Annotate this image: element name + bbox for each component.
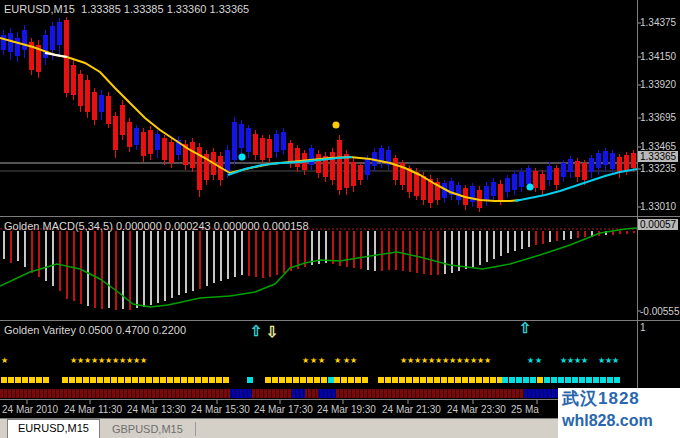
square-marker-yellow [146, 377, 152, 383]
square-marker-yellow [160, 377, 166, 383]
panel-divider[interactable] [0, 320, 680, 321]
time-axis-label: 24 Mar 23:30 [447, 404, 506, 415]
square-marker-yellow [90, 377, 96, 383]
candle-body [505, 178, 510, 192]
macd-histogram-bar [535, 231, 537, 245]
chart-graphics[interactable]: ★★★★★★★★★★★★★★★★★★★★★★★★★★★★★★★★★★★★★★★★ [0, 0, 680, 438]
candle-body [288, 143, 293, 162]
square-marker-yellow [321, 377, 327, 383]
macd-histogram-bar [220, 231, 222, 281]
macd-histogram-bar [80, 231, 82, 304]
candle-body [225, 150, 230, 172]
trend-strip-blue-segment [524, 389, 561, 398]
macd-histogram-bar [346, 231, 348, 267]
time-axis-label: 24 Mar 21:30 [382, 404, 441, 415]
macd-indicator-chart[interactable] [0, 228, 637, 310]
macd-histogram-bar [269, 231, 271, 277]
square-marker-yellow [22, 377, 28, 383]
candle-body [309, 148, 314, 165]
main-price-chart[interactable] [0, 17, 637, 212]
square-marker-cyan [247, 377, 253, 383]
macd-histogram-bar [150, 231, 152, 305]
candle-body [540, 174, 545, 190]
candle-body [589, 158, 594, 172]
square-marker-cyan [502, 377, 508, 383]
trend-strip-blue-segment [230, 389, 252, 398]
square-marker-yellow [202, 377, 208, 383]
macd-histogram-bar [185, 231, 187, 293]
square-marker-yellow [537, 377, 543, 383]
signal-dot-cyan [527, 184, 534, 191]
square-marker-yellow [62, 377, 68, 383]
macd-histogram-bar [157, 231, 159, 303]
star-marker-yellow: ★ [310, 356, 317, 365]
candle-body [456, 185, 461, 200]
macd-histogram-bar [367, 231, 369, 270]
candle-body [99, 95, 104, 112]
candle-body [575, 161, 580, 177]
macd-histogram-bar [143, 231, 145, 307]
candle-body [85, 80, 90, 112]
macd-histogram-bar [3, 231, 5, 259]
star-marker-yellow: ★ [334, 356, 341, 365]
square-marker-yellow [265, 377, 271, 383]
square-marker-yellow [139, 377, 145, 383]
candle-body [596, 153, 601, 168]
macd-histogram-bar [500, 231, 502, 256]
macd-histogram-bar [31, 231, 33, 273]
star-marker-cyan: ★ [527, 356, 534, 365]
axis-ticks [27, 23, 641, 404]
macd-histogram-bar [248, 231, 250, 276]
macd-histogram-bar [549, 231, 551, 242]
square-marker-yellow [490, 377, 496, 383]
candle-body [512, 174, 517, 190]
macd-histogram-bar [24, 231, 26, 267]
macd-histogram-bar [430, 231, 432, 275]
star-marker-cyan: ★ [535, 356, 542, 365]
price-axis-label: 1.33235 [640, 163, 676, 174]
square-marker-yellow [378, 377, 384, 383]
square-marker-cyan [558, 377, 564, 383]
macd-histogram-bar [66, 231, 68, 299]
macd-histogram-bar [577, 231, 579, 238]
square-marker-yellow [300, 377, 306, 383]
macd-histogram-bar [129, 231, 131, 310]
macd-histogram-bar [101, 231, 103, 309]
candle-body [22, 30, 27, 50]
square-marker-cyan [544, 377, 550, 383]
tab-gbpusd-m15[interactable]: GBPUSD,M15 [100, 421, 195, 438]
square-marker-yellow [69, 377, 75, 383]
macd-histogram-bar [45, 231, 47, 281]
candle-body [120, 105, 125, 135]
down-arrow-signal-icon: ⇩ [266, 325, 279, 339]
macd-histogram-bar [633, 231, 635, 233]
macd-histogram-bar [556, 231, 558, 241]
candle-body [43, 35, 48, 58]
candle-body [561, 163, 566, 177]
square-marker-yellow [272, 377, 278, 383]
candle-body [274, 134, 279, 152]
macd-histogram-bar [178, 231, 180, 295]
candle-body [498, 184, 503, 200]
signal-dot-cyan [239, 154, 246, 161]
macd-histogram-bar [276, 231, 278, 275]
candle-body [1, 35, 6, 50]
macd-histogram-bar [619, 231, 621, 234]
candle-body [267, 139, 272, 158]
candle-body [253, 134, 258, 155]
price-axis-label: 1.33695 [640, 112, 676, 123]
tab-eurusd-m15[interactable]: EURUSD,M15 [7, 419, 100, 438]
candle-body [281, 132, 286, 150]
square-marker-yellow [125, 377, 131, 383]
candle-body [92, 92, 97, 120]
candle-body [393, 158, 398, 180]
macd-histogram-bar [199, 231, 201, 289]
varitey-indicator-chart[interactable]: ★★★★★★★★★★★★★★★★★★★★★★★★★★★★★★★★★★★★★★★★ [0, 356, 648, 398]
panel-divider[interactable] [0, 216, 680, 217]
candle-body [141, 132, 146, 156]
watermark: 武汉1828 whl828.com [558, 388, 680, 438]
candle-body [624, 155, 629, 170]
star-marker-yellow: ★ [484, 356, 491, 365]
square-marker-yellow [413, 377, 419, 383]
square-marker-cyan [516, 377, 522, 383]
